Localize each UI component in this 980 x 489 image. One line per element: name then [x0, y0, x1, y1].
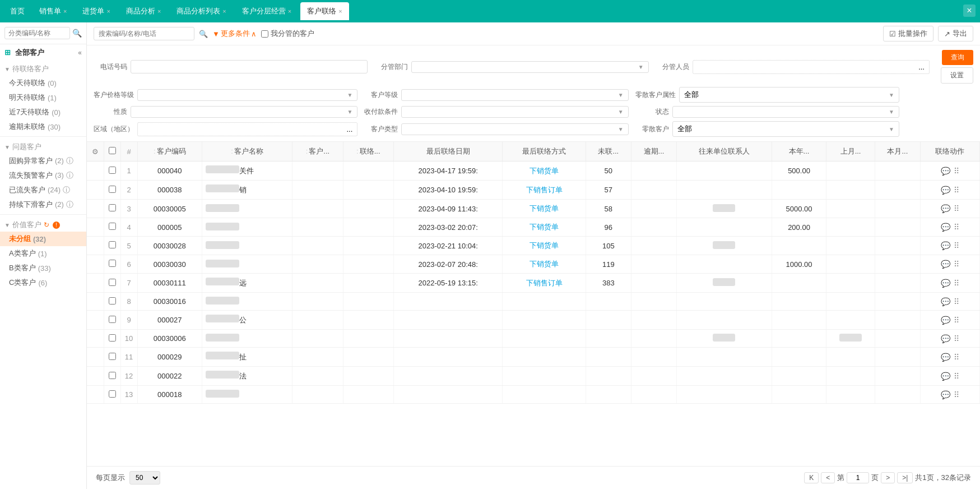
action-cell[interactable]: 💬⠿	[920, 181, 979, 200]
close-purchase-order-icon[interactable]: ×	[106, 8, 110, 15]
row-checkbox[interactable]	[109, 186, 116, 193]
sidebar-item-tomorrow[interactable]: 明天待联络 (1)	[0, 90, 86, 105]
more-action-icon[interactable]: ⠿	[954, 204, 959, 213]
my-customers-checkbox[interactable]	[261, 30, 268, 38]
sidebar-item-overdue[interactable]: 逾期未联络 (30)	[0, 119, 86, 134]
more-action-icon[interactable]: ⠿	[954, 279, 959, 288]
my-customers-checkbox-label[interactable]: 我分管的客户	[261, 29, 314, 39]
sidebar-collapse-icon[interactable]: «	[78, 49, 82, 57]
nature-select[interactable]: ▼	[131, 106, 357, 118]
close-sales-order-icon[interactable]: ×	[63, 8, 67, 15]
price-level-select[interactable]: ▼	[137, 89, 357, 101]
action-cell[interactable]: 💬⠿	[920, 237, 979, 255]
row-checkbox[interactable]	[109, 223, 116, 230]
refresh-icon[interactable]: ↻	[44, 221, 49, 229]
th-this-year[interactable]: 本年...	[772, 142, 826, 162]
group-value-customers[interactable]: ▼ 价值客户 ↻ !	[0, 217, 86, 232]
th-code[interactable]: :客户编码	[137, 142, 202, 162]
more-action-icon[interactable]: ⠿	[954, 372, 959, 381]
more-action-icon[interactable]: ⠿	[954, 297, 959, 306]
customer-type-select[interactable]: ▼	[401, 123, 628, 135]
contact-action-icon[interactable]: 💬	[941, 316, 950, 325]
last-contact-way-link[interactable]: 下销售订单	[526, 186, 563, 194]
action-cell[interactable]: 💬⠿	[920, 330, 979, 348]
action-cell[interactable]: 💬⠿	[920, 162, 979, 181]
action-cell[interactable]: 💬⠿	[920, 255, 979, 274]
th-overdue[interactable]: 逾期...	[631, 142, 676, 162]
dept-select[interactable]: ▼	[411, 61, 648, 73]
contact-action-icon[interactable]: 💬	[941, 186, 950, 195]
tab-purchase-order[interactable]: 进货单 ×	[76, 2, 117, 20]
action-cell[interactable]: 💬⠿	[920, 386, 979, 404]
close-product-analysis-icon[interactable]: ×	[157, 8, 161, 15]
th-contact[interactable]: :联络...	[343, 142, 393, 162]
row-checkbox[interactable]	[109, 316, 116, 323]
th-checkbox[interactable]	[104, 142, 120, 162]
row-checkbox[interactable]	[109, 353, 116, 360]
next-page-btn[interactable]: >	[881, 472, 895, 483]
prev-page-btn[interactable]: <	[821, 472, 835, 483]
customer-level-select[interactable]: ▼	[401, 89, 628, 101]
contact-action-icon[interactable]: 💬	[941, 372, 950, 381]
tab-customer-contact[interactable]: 客户联络 ×	[300, 2, 349, 20]
more-action-icon[interactable]: ⠿	[954, 390, 959, 399]
th-unit-contact[interactable]: 往来单位联系人	[677, 142, 772, 162]
contact-action-icon[interactable]: 💬	[941, 390, 950, 399]
sidebar-item-today[interactable]: 今天待联络 (0)	[0, 76, 86, 90]
retail-customer-select[interactable]: 全部 ▼	[672, 121, 899, 137]
action-cell[interactable]: 💬⠿	[920, 200, 979, 218]
row-checkbox[interactable]	[109, 260, 116, 267]
row-checkbox[interactable]	[109, 241, 116, 248]
sidebar-item-declining[interactable]: 持续下滑客户 (2) ⓘ	[0, 197, 86, 212]
tab-product-analysis[interactable]: 商品分析 ×	[119, 2, 168, 20]
group-problem-customers[interactable]: ▼ 问题客户	[0, 139, 86, 154]
th-settings[interactable]: ⚙	[87, 142, 104, 162]
action-cell[interactable]: 💬⠿	[920, 348, 979, 367]
more-action-icon[interactable]: ⠿	[954, 316, 959, 325]
contact-action-icon[interactable]: 💬	[941, 223, 950, 232]
more-conditions-btn[interactable]: ▼ 更多条件 ∧	[212, 29, 257, 39]
th-type[interactable]: :客户...	[292, 142, 343, 162]
region-select[interactable]: ...	[137, 122, 357, 136]
payment-select[interactable]: ▼	[401, 106, 628, 118]
close-all-btn[interactable]: ×	[963, 4, 976, 17]
action-cell[interactable]: 💬⠿	[920, 293, 979, 311]
row-checkbox[interactable]	[109, 390, 116, 398]
tab-product-analysis-list[interactable]: 商品分析列表 ×	[170, 2, 233, 20]
contact-action-icon[interactable]: 💬	[941, 204, 950, 213]
th-last-contact-date[interactable]: 最后联络日期	[394, 142, 503, 162]
th-last-month[interactable]: 上月...	[826, 142, 875, 162]
last-contact-way-link[interactable]: 下销货单	[530, 167, 559, 175]
sidebar-search-icon[interactable]: 🔍	[72, 29, 82, 38]
more-action-icon[interactable]: ⠿	[954, 167, 959, 176]
contact-action-icon[interactable]: 💬	[941, 279, 950, 288]
contact-action-icon[interactable]: 💬	[941, 241, 950, 250]
phone-input[interactable]	[131, 60, 368, 73]
action-cell[interactable]: 💬⠿	[920, 367, 979, 386]
status-select[interactable]: ▼	[672, 106, 899, 118]
manager-input[interactable]: ...	[693, 60, 930, 74]
query-btn[interactable]: 查询	[942, 50, 973, 65]
action-cell[interactable]: 💬⠿	[920, 218, 979, 237]
sidebar-item-classB[interactable]: B类客户 (33)	[0, 261, 86, 275]
th-uncontacted[interactable]: 未联...	[586, 142, 631, 162]
row-checkbox[interactable]	[109, 297, 116, 305]
row-checkbox[interactable]	[109, 372, 116, 379]
select-all-checkbox[interactable]	[109, 147, 116, 154]
contact-action-icon[interactable]: 💬	[941, 353, 950, 362]
sidebar-item-lost[interactable]: 已流失客户 (24) ⓘ	[0, 183, 86, 197]
action-cell[interactable]: 💬⠿	[920, 311, 979, 330]
th-last-contact-way[interactable]: 最后联络方式	[503, 142, 586, 162]
page-number-input[interactable]	[847, 472, 869, 483]
last-contact-way-link[interactable]: 下销货单	[530, 204, 559, 213]
settings-icon[interactable]: ⚙	[92, 147, 99, 156]
batch-operation-btn[interactable]: ☑ 批量操作	[883, 26, 933, 41]
sidebar-item-ungrouped[interactable]: 未分组 (32)	[0, 232, 86, 246]
group-pending-contact[interactable]: ▼ 待联络客户	[0, 61, 86, 76]
sidebar-item-classC[interactable]: C类客户 (6)	[0, 275, 86, 290]
last-page-btn[interactable]: >|	[897, 472, 913, 483]
sidebar-item-abnormal[interactable]: 固购异常客户 (2) ⓘ	[0, 154, 86, 168]
more-action-icon[interactable]: ⠿	[954, 241, 959, 250]
retail-attr-select[interactable]: 全部 ▼	[679, 87, 899, 103]
tab-customer-segmentation[interactable]: 客户分层经营 ×	[235, 2, 298, 20]
